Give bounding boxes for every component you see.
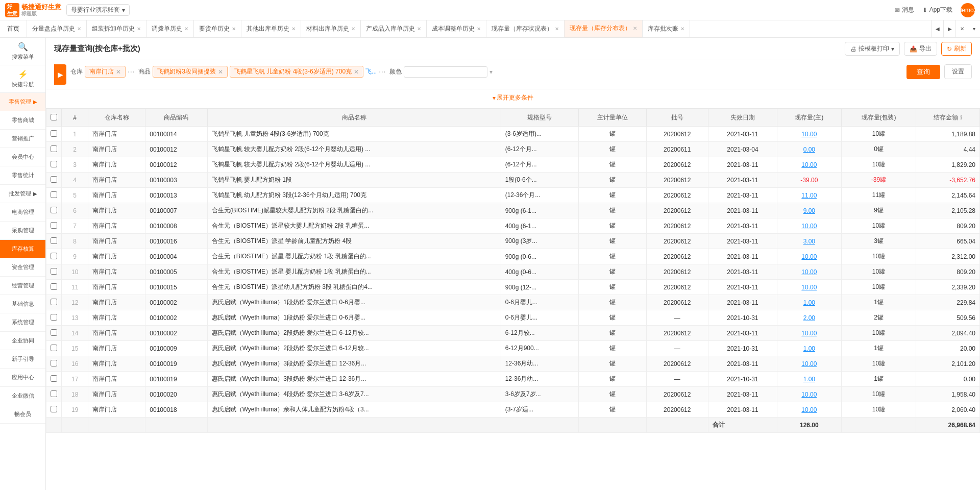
warehouse-more-icon[interactable]: ···	[128, 67, 134, 77]
app-download-btn[interactable]: ⬇ App下载	[922, 6, 952, 14]
row-checkbox-cell[interactable]	[46, 387, 62, 402]
row-checkbox-cell[interactable]	[46, 264, 62, 280]
warehouse-tag[interactable]: 南岸门店 ✕	[85, 66, 126, 78]
remove-product2-icon[interactable]: ✕	[354, 68, 359, 76]
setting-button[interactable]: 设置	[944, 64, 972, 79]
balance-info-icon[interactable]: ℹ	[960, 114, 962, 120]
message-btn[interactable]: ✉ 消息	[895, 6, 914, 14]
row-checkbox-cell[interactable]	[46, 142, 62, 157]
query-button[interactable]: 查询	[906, 65, 940, 79]
row-qty-main[interactable]: 10.00	[777, 127, 841, 142]
row-checkbox-cell[interactable]	[46, 372, 62, 387]
sidebar-item-wholesale[interactable]: 批发管理 ▶	[0, 185, 45, 203]
row-checkbox-cell[interactable]	[46, 234, 62, 249]
row-qty-main[interactable]: 10.00	[777, 326, 841, 341]
row-checkbox-cell[interactable]	[46, 249, 62, 264]
row-qty-main[interactable]: 11.00	[777, 188, 841, 203]
row-checkbox[interactable]	[51, 207, 57, 213]
row-checkbox[interactable]	[51, 314, 57, 321]
tab-prev-btn[interactable]: ◀	[931, 20, 943, 38]
row-checkbox[interactable]	[51, 161, 57, 167]
sidebar-item-appstore[interactable]: 应用中心	[0, 369, 45, 387]
industry-selector[interactable]: 母婴行业演示账套 ▾	[66, 4, 130, 16]
close-icon[interactable]: ✕	[351, 26, 355, 32]
tab-close-all-btn[interactable]: ✕	[955, 20, 968, 38]
tab-cost-adjust[interactable]: 成本调整单历史 ✕	[427, 20, 486, 38]
tab-product-in[interactable]: 产成品入库单历史 ✕	[361, 20, 427, 38]
row-checkbox[interactable]	[51, 130, 57, 137]
row-checkbox[interactable]	[51, 345, 57, 351]
row-checkbox[interactable]	[51, 176, 57, 183]
sidebar-item-retail-stat[interactable]: 零售统计	[0, 166, 45, 185]
sidebar-item-retail[interactable]: 零售管理 ▶	[0, 93, 45, 111]
row-checkbox[interactable]	[51, 222, 57, 229]
product-more-icon[interactable]: ···	[379, 67, 385, 77]
row-checkbox-cell[interactable]	[46, 402, 62, 418]
sidebar-item-member2[interactable]: 畅会员	[0, 405, 45, 424]
row-checkbox[interactable]	[51, 360, 57, 366]
close-icon[interactable]: ✕	[477, 26, 481, 32]
row-checkbox-cell[interactable]	[46, 280, 62, 295]
expand-more-btn[interactable]: ▾ 展开更多条件	[493, 93, 533, 102]
tab-next-btn[interactable]: ▶	[943, 20, 955, 38]
row-checkbox-cell[interactable]	[46, 203, 62, 218]
sidebar-item-basic[interactable]: 基础信息	[0, 295, 45, 313]
refresh-btn[interactable]: ↻ 刷新	[941, 42, 972, 56]
row-qty-main[interactable]: 10.00	[777, 157, 841, 173]
template-print-btn[interactable]: 🖨 按模板打印 ▾	[845, 42, 900, 56]
sidebar-item-guide[interactable]: 新手引导	[0, 350, 45, 369]
tab-batch[interactable]: 库存批次账 ✕	[643, 20, 690, 38]
row-checkbox-cell[interactable]	[46, 127, 62, 142]
tab-require[interactable]: 要货单历史 ✕	[194, 20, 241, 38]
row-checkbox[interactable]	[51, 299, 57, 305]
filter-expand-btn[interactable]: ▶	[54, 64, 66, 85]
row-qty-main[interactable]: 10.00	[777, 218, 841, 234]
sidebar-item-finance[interactable]: 资金管理	[0, 258, 45, 277]
row-checkbox-cell[interactable]	[46, 188, 62, 203]
tab-material-out[interactable]: 材料出库单历史 ✕	[301, 20, 361, 38]
product-tag-2[interactable]: 飞鹤星飞帆 儿童奶粉 4段(3-6岁适用) 700克 ✕	[230, 66, 363, 78]
sidebar-item-wechat[interactable]: 企业微信	[0, 387, 45, 405]
remove-warehouse-icon[interactable]: ✕	[116, 68, 121, 76]
close-icon[interactable]: ✕	[555, 26, 559, 32]
close-icon[interactable]: ✕	[232, 26, 236, 32]
row-checkbox[interactable]	[51, 191, 57, 198]
color-input[interactable]	[404, 66, 487, 78]
close-icon[interactable]: ✕	[291, 26, 296, 32]
product-extra-tag[interactable]: 飞...	[365, 67, 377, 76]
row-qty-main[interactable]: 10.00	[777, 402, 841, 418]
close-icon[interactable]: ✕	[633, 26, 637, 31]
export-btn[interactable]: 📤 导出	[904, 42, 937, 56]
row-qty-main[interactable]: 10.00	[777, 387, 841, 402]
sidebar-item-nav[interactable]: ⚡ 快捷导航	[0, 65, 45, 93]
product-tag-1[interactable]: 飞鹤奶粉3段同捆提装 ✕	[153, 66, 228, 78]
row-checkbox-cell[interactable]	[46, 218, 62, 234]
row-qty-main[interactable]: 9.00	[777, 203, 841, 218]
close-icon[interactable]: ✕	[77, 26, 81, 32]
row-checkbox-cell[interactable]	[46, 295, 62, 310]
row-qty-main[interactable]: 10.00	[777, 249, 841, 264]
row-qty-main[interactable]: 1.00	[777, 295, 841, 310]
row-checkbox[interactable]	[51, 237, 57, 244]
row-qty-main[interactable]: 1.00	[777, 372, 841, 387]
close-icon[interactable]: ✕	[137, 26, 141, 32]
row-checkbox[interactable]	[51, 283, 57, 290]
row-qty-main[interactable]: 10.00	[777, 356, 841, 372]
row-qty-main[interactable]: 0.00	[777, 142, 841, 157]
sidebar-item-retail-shop[interactable]: 零售商城	[0, 111, 45, 130]
row-checkbox-cell[interactable]	[46, 157, 62, 173]
tab-stock-status[interactable]: 现存量（库存状况表） ✕	[486, 20, 565, 38]
row-checkbox-cell[interactable]	[46, 341, 62, 356]
row-checkbox[interactable]	[51, 145, 57, 152]
tab-stock-dist[interactable]: 现存量（库存分布表） ✕	[565, 20, 643, 38]
color-dropdown-icon[interactable]: ▾	[489, 68, 493, 76]
sidebar-item-ecommerce[interactable]: 电商管理	[0, 203, 45, 222]
tab-unpack[interactable]: 组装拆卸单历史 ✕	[87, 20, 146, 38]
tab-home[interactable]: 首页	[0, 20, 27, 38]
row-checkbox-cell[interactable]	[46, 173, 62, 188]
select-all-checkbox[interactable]	[51, 114, 57, 120]
row-checkbox[interactable]	[51, 375, 57, 382]
sidebar-item-marketing[interactable]: 营销推广	[0, 130, 45, 148]
row-qty-main[interactable]: 2.00	[777, 310, 841, 326]
col-checkbox[interactable]	[46, 109, 62, 127]
